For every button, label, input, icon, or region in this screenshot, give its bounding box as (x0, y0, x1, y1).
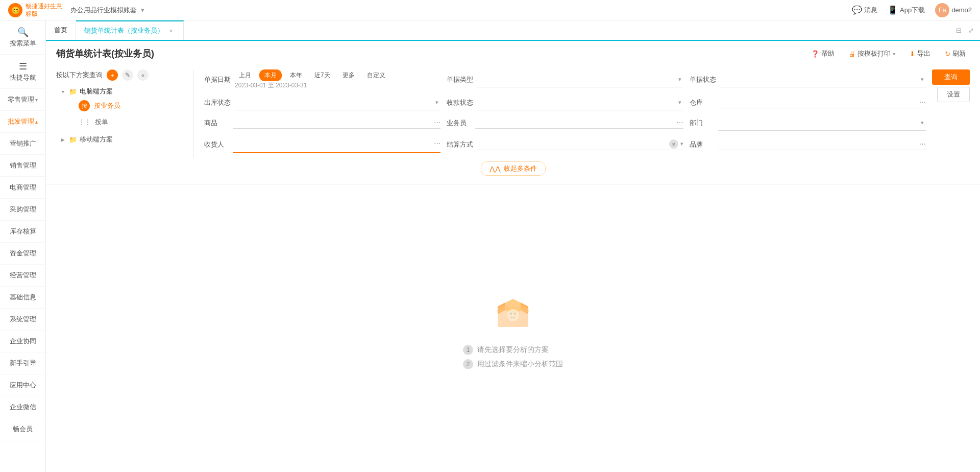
filter-brand-item: 品牌 ··· (690, 136, 926, 153)
add-scheme-btn[interactable]: + (107, 69, 118, 81)
sidebar-item-retail[interactable]: 零售管理 ▾ (0, 89, 45, 111)
doctype-select[interactable]: ▾ (477, 72, 683, 87)
export-button[interactable]: ⬇ 导出 (905, 47, 935, 60)
sidebar-item-purchase[interactable]: 采购管理 (0, 199, 45, 221)
top-bar-left: 😊 畅捷通好生意 标版 办公用品行业模拟账套 ▾ (8, 3, 144, 17)
tree-mobile-node: ▶ 📁 移动端方案 (56, 133, 185, 146)
paystatus-dropdown-icon: ▾ (678, 99, 681, 106)
tab-active[interactable]: 销货单统计表（按业务员） × (76, 20, 184, 40)
app-download-button[interactable]: 📱 App下载 (888, 5, 925, 15)
settings-button[interactable]: 设置 (937, 87, 970, 102)
empty-illustration (487, 284, 538, 335)
salesperson-dots-btn[interactable]: ··· (676, 118, 683, 127)
refresh-button[interactable]: ↻ 刷新 (941, 47, 970, 60)
filter-receiver-item: 收货人 ··· (204, 136, 440, 153)
filter-warehouse-item: 仓库 ··· (690, 95, 926, 110)
user-profile[interactable]: Ea demo2 (935, 3, 972, 17)
sidebar-item-inventory[interactable]: 库存核算 (0, 221, 45, 243)
collapse-label: 收起多条件 (504, 164, 537, 173)
tree-salesperson-row[interactable]: 按 按业务员 (66, 98, 185, 113)
sidebar-item-wholesale[interactable]: 批发管理 ▴ (0, 111, 45, 133)
sidebar-item-operations[interactable]: 经营管理 (0, 265, 45, 287)
tree-children: 按 按业务员 ⋮⋮ 按单 (56, 98, 185, 129)
outstatus-control: ▾ (235, 95, 440, 110)
sidebar-item-marketing[interactable]: 营销推广 (0, 133, 45, 155)
date-btn-this-year[interactable]: 本年 (286, 69, 306, 81)
sidebar-item-apps[interactable]: 应用中心 (0, 374, 45, 396)
sidebar-item-member[interactable]: 畅会员 (0, 418, 45, 440)
date-btn-more[interactable]: 更多 (338, 69, 359, 81)
search-icon: 🔍 (2, 27, 43, 38)
logo-icon: 😊 (8, 3, 22, 17)
sidebar-item-finance[interactable]: 资金管理 (0, 243, 45, 265)
filter-row-2: 出库状态 ▾ (204, 95, 926, 110)
tab-minimize-btn[interactable]: ⊟ (953, 25, 964, 35)
tree-by-doc-row[interactable]: ⋮⋮ 按单 (66, 115, 185, 129)
receiver-input[interactable] (233, 136, 434, 151)
export-icon: ⬇ (910, 50, 915, 58)
salesperson-control: ··· (475, 118, 683, 129)
collapse-scheme-btn[interactable]: « (137, 69, 149, 81)
tree-desktop-row[interactable]: ▾ 📁 电脑端方案 (56, 85, 185, 98)
date-picker-area: 上月 本月 本年 近7天 更多 自定义 2023-03-01 至 20 (235, 69, 440, 90)
top-bar-right: 💬 消息 📱 App下载 Ea demo2 (852, 3, 972, 17)
brand-dots-btn[interactable]: ··· (919, 139, 926, 149)
breadcrumb-text: 办公用品行业模拟账套 (70, 6, 137, 15)
tree-desktop-folder-icon: 📁 (68, 87, 78, 96)
goods-dots-btn[interactable]: ··· (434, 118, 440, 127)
quicknav-icon: ☰ (2, 61, 43, 72)
print-dropdown-icon: ▾ (893, 51, 895, 57)
outstatus-select[interactable]: ▾ (235, 95, 440, 110)
date-btn-custom[interactable]: 自定义 (363, 69, 389, 81)
breadcrumb-dropdown-icon[interactable]: ▾ (141, 6, 144, 14)
payment-dropdown-icon: ▾ (680, 140, 683, 147)
empty-step-1: 1 请先选择要分析的方案 (463, 345, 563, 355)
warehouse-dots-btn[interactable]: ··· (919, 98, 926, 107)
edit-scheme-btn[interactable]: ✎ (122, 69, 133, 81)
tab-maximize-btn[interactable]: ⤢ (966, 25, 976, 35)
minimize-icon: ⊟ (956, 27, 962, 34)
help-button[interactable]: ❓ 帮助 (807, 47, 839, 60)
receiver-dots-btn[interactable]: ··· (434, 139, 440, 148)
paystatus-select[interactable]: ▾ (477, 95, 683, 110)
print-button[interactable]: 🖨 按模板打印 ▾ (845, 47, 899, 60)
docstatus-select[interactable]: ▾ (720, 72, 926, 87)
query-button[interactable]: 查询 (932, 69, 970, 85)
dept-control: ▾ (718, 115, 926, 131)
tab-home[interactable]: 首页 (46, 20, 76, 40)
tree-by-doc-icon: ⋮⋮ (79, 119, 91, 126)
date-btn-last-month[interactable]: 上月 (235, 69, 255, 81)
filter-docstatus-item: 单据状态 ▾ (690, 69, 926, 90)
dept-label: 部门 (690, 119, 714, 128)
sidebar-item-ecommerce[interactable]: 电商管理 (0, 177, 45, 199)
tab-bar-actions: ⊟ ⤢ (953, 20, 980, 40)
message-button[interactable]: 💬 消息 (852, 5, 877, 15)
payment-clear-btn[interactable]: × (669, 139, 678, 149)
paystatus-control: ▾ (477, 95, 683, 110)
tree-desktop-node: ▾ 📁 电脑端方案 按 按业务员 (56, 85, 185, 129)
active-scheme-icon: 按 (79, 100, 90, 111)
svg-point-6 (514, 313, 516, 315)
svg-point-5 (510, 313, 512, 315)
sidebar-item-collaboration[interactable]: 企业协同 (0, 331, 45, 352)
sidebar-item-quicknav[interactable]: ☰ 快捷导航 (0, 55, 45, 89)
sidebar-item-system[interactable]: 系统管理 (0, 309, 45, 331)
sidebar-item-sales[interactable]: 销售管理 (0, 155, 45, 177)
tree-mobile-toggle: ▶ (59, 136, 66, 143)
tree-mobile-row[interactable]: ▶ 📁 移动端方案 (56, 133, 185, 146)
receiver-label: 收货人 (204, 140, 229, 149)
receiver-control: ··· (233, 136, 440, 153)
sidebar-item-basic[interactable]: 基础信息 (0, 287, 45, 309)
date-label: 单据日期 (204, 75, 231, 84)
collapse-bar[interactable]: ⋀⋀ 收起多条件 (56, 158, 970, 179)
dept-select[interactable]: ▾ (718, 115, 926, 131)
refresh-icon: ↻ (945, 50, 950, 58)
dept-dropdown-icon: ▾ (921, 120, 924, 126)
date-btn-last7[interactable]: 近7天 (310, 69, 334, 81)
date-btn-this-month[interactable]: 本月 (259, 69, 282, 81)
sidebar-item-wechat[interactable]: 企业微信 (0, 396, 45, 418)
tab-close-icon[interactable]: × (167, 27, 175, 35)
filter-payment-item: 结算方式 × ▾ (447, 136, 683, 153)
sidebar-item-guide[interactable]: 新手引导 (0, 352, 45, 374)
sidebar-item-search[interactable]: 🔍 搜索菜单 (0, 20, 45, 55)
